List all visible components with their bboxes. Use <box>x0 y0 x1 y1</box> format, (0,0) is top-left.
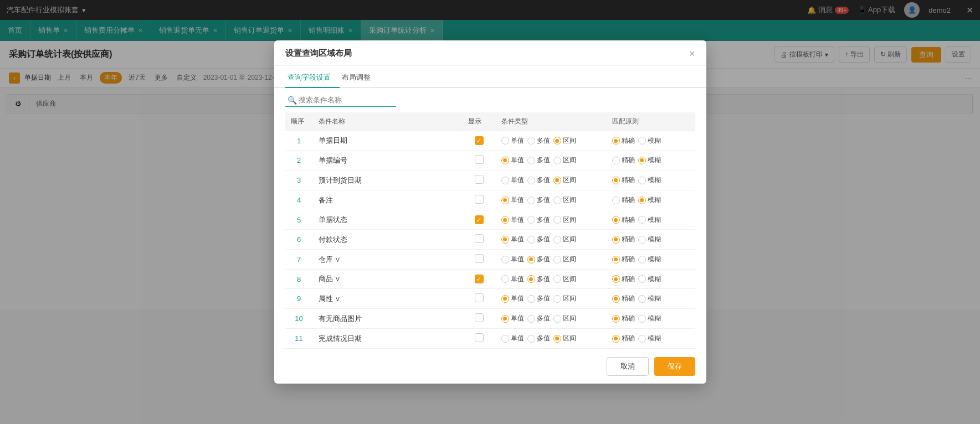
radio-dot <box>553 216 561 224</box>
type-radio-区间[interactable]: 区间 <box>553 215 576 225</box>
type-radio-单值[interactable]: 单值 <box>501 255 524 264</box>
row-match-radio-group: 精确模糊 <box>607 309 695 309</box>
modal-header: 设置查询区域布局 × <box>274 40 706 66</box>
row-display-checkbox[interactable] <box>463 131 496 151</box>
match-radio-模糊[interactable]: 模糊 <box>638 175 661 185</box>
match-radio-精确[interactable]: 精确 <box>612 175 635 185</box>
radio-dot <box>527 137 535 144</box>
match-radio-模糊[interactable]: 模糊 <box>638 195 661 205</box>
modal-tab-query-fields[interactable]: 查询字段设置 <box>285 68 340 88</box>
radio-dot <box>527 236 535 244</box>
type-radio-区间[interactable]: 区间 <box>553 136 576 146</box>
display-checkbox[interactable] <box>475 155 484 164</box>
row-condition-name: 仓库 ∨ <box>313 250 463 270</box>
radio-dot <box>638 275 646 283</box>
match-radio-精确[interactable]: 精确 <box>612 255 635 264</box>
match-radio-精确[interactable]: 精确 <box>612 294 635 303</box>
type-radio-区间[interactable]: 区间 <box>553 195 576 205</box>
row-display-checkbox[interactable] <box>463 210 496 230</box>
row-display-checkbox[interactable] <box>463 289 496 309</box>
row-display-checkbox[interactable] <box>463 270 496 289</box>
row-order: 1 <box>285 131 313 151</box>
match-radio-精确[interactable]: 精确 <box>612 195 635 205</box>
table-row: 5单据状态单值多值区间精确模糊 <box>285 210 695 230</box>
radio-dot <box>553 256 561 263</box>
type-radio-多值[interactable]: 多值 <box>527 255 550 264</box>
modal-close-button[interactable]: × <box>689 49 695 59</box>
type-radio-多值[interactable]: 多值 <box>527 175 550 185</box>
row-display-checkbox[interactable] <box>463 190 496 210</box>
radio-dot <box>612 177 620 184</box>
type-radio-区间[interactable]: 区间 <box>553 175 576 185</box>
radio-dot <box>612 197 620 204</box>
modal-tab-layout[interactable]: 布局调整 <box>340 68 379 88</box>
type-radio-多值[interactable]: 多值 <box>527 195 550 205</box>
type-radio-单值[interactable]: 单值 <box>501 215 524 225</box>
display-checkbox[interactable] <box>475 215 484 224</box>
type-radio-区间[interactable]: 区间 <box>553 156 576 165</box>
row-condition-name: 单据编号 <box>313 151 463 170</box>
type-radio-多值[interactable]: 多值 <box>527 156 550 165</box>
type-radio-单值[interactable]: 单值 <box>501 275 524 284</box>
type-radio-区间[interactable]: 区间 <box>553 235 576 244</box>
type-radio-多值[interactable]: 多值 <box>527 235 550 244</box>
row-display-checkbox[interactable] <box>463 309 496 309</box>
type-radio-多值[interactable]: 多值 <box>527 294 550 303</box>
match-radio-模糊[interactable]: 模糊 <box>638 215 661 225</box>
match-radio-精确[interactable]: 精确 <box>612 235 635 244</box>
radio-dot <box>638 177 646 184</box>
radio-dot <box>638 256 646 263</box>
display-checkbox[interactable] <box>475 175 484 184</box>
row-display-checkbox[interactable] <box>463 230 496 250</box>
match-radio-模糊[interactable]: 模糊 <box>638 294 661 303</box>
display-checkbox[interactable] <box>475 275 484 283</box>
type-radio-区间[interactable]: 区间 <box>553 294 576 303</box>
row-display-checkbox[interactable] <box>463 170 496 190</box>
match-radio-模糊[interactable]: 模糊 <box>638 275 661 284</box>
radio-dot <box>612 236 620 244</box>
match-radio-精确[interactable]: 精确 <box>612 215 635 225</box>
radio-dot <box>527 275 535 283</box>
type-radio-单值[interactable]: 单值 <box>501 235 524 244</box>
match-radio-精确[interactable]: 精确 <box>612 275 635 284</box>
radio-dot <box>638 137 646 144</box>
type-radio-单值[interactable]: 单值 <box>501 136 524 146</box>
radio-dot <box>527 295 535 303</box>
match-radio-精确[interactable]: 精确 <box>612 136 635 146</box>
match-radio-精确[interactable]: 精确 <box>612 156 635 165</box>
display-checkbox[interactable] <box>475 254 484 263</box>
type-radio-多值[interactable]: 多值 <box>527 215 550 225</box>
row-match-radio-group: 精确模糊 <box>607 210 695 230</box>
match-radio-模糊[interactable]: 模糊 <box>638 136 661 146</box>
condition-search-input[interactable] <box>285 94 396 107</box>
row-display-checkbox[interactable] <box>463 151 496 170</box>
match-radio-模糊[interactable]: 模糊 <box>638 255 661 264</box>
row-order: 8 <box>285 270 313 289</box>
radio-dot <box>501 236 509 244</box>
conditions-table-header: 顺序 条件名称 显示 条件类型 匹配原则 <box>285 112 695 131</box>
match-radio-模糊[interactable]: 模糊 <box>638 156 661 165</box>
type-radio-单值[interactable]: 单值 <box>501 175 524 185</box>
type-radio-区间[interactable]: 区间 <box>553 255 576 264</box>
table-row: 1单据日期单值多值区间精确模糊 <box>285 131 695 151</box>
row-order: 7 <box>285 250 313 270</box>
type-radio-单值[interactable]: 单值 <box>501 195 524 205</box>
radio-dot <box>501 275 509 283</box>
display-checkbox[interactable] <box>475 195 484 204</box>
match-radio-模糊[interactable]: 模糊 <box>638 235 661 244</box>
type-radio-区间[interactable]: 区间 <box>553 275 576 284</box>
search-icon: 🔍 <box>288 96 297 105</box>
row-type-radio-group: 单值多值区间 <box>496 151 607 170</box>
display-checkbox[interactable] <box>475 293 484 302</box>
row-type-radio-group: 单值多值区间 <box>496 190 607 210</box>
row-display-checkbox[interactable] <box>463 250 496 270</box>
table-row: 7仓库 ∨单值多值区间精确模糊 <box>285 250 695 270</box>
row-type-radio-group: 单值多值区间 <box>496 131 607 151</box>
type-radio-多值[interactable]: 多值 <box>527 275 550 284</box>
display-checkbox[interactable] <box>475 136 484 145</box>
type-radio-单值[interactable]: 单值 <box>501 156 524 165</box>
display-checkbox[interactable] <box>475 234 484 243</box>
type-radio-多值[interactable]: 多值 <box>527 136 550 146</box>
type-radio-单值[interactable]: 单值 <box>501 294 524 303</box>
radio-dot <box>527 256 535 263</box>
